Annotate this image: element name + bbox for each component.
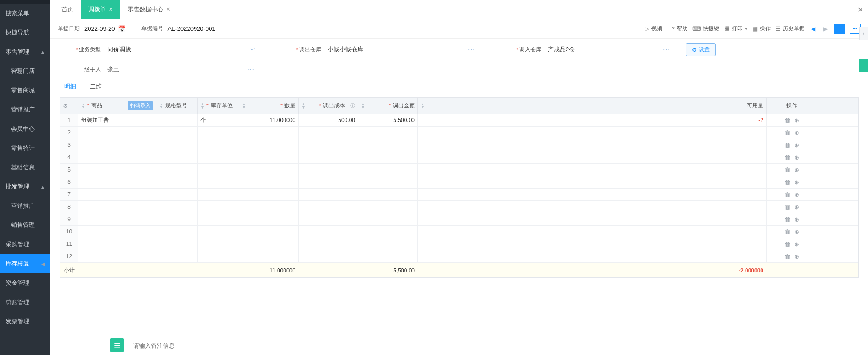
delete-row-icon[interactable]: 🗑 <box>785 228 790 235</box>
add-row-icon[interactable]: ⊕ <box>794 204 799 211</box>
add-row-icon[interactable]: ⊕ <box>794 228 799 235</box>
add-row-icon[interactable]: ⊕ <box>794 142 799 149</box>
delete-row-icon[interactable]: 🗑 <box>785 154 790 161</box>
sidebar: 搜索菜单快捷导航零售管理▲智慧门店零售商城营销推广会员中心零售统计基础信息批发管… <box>0 0 50 355</box>
help-link[interactable]: ?帮助 <box>672 25 688 33</box>
in-warehouse-select[interactable]: 产成品2仓 ⋯ <box>546 43 672 56</box>
delete-row-icon[interactable]: 🗑 <box>785 241 790 248</box>
sidebar-item[interactable]: 营销推广 <box>0 100 50 119</box>
gear-icon: ⚙ <box>692 47 697 53</box>
shortcut-link[interactable]: ⌨快捷键 <box>692 25 719 33</box>
add-row-icon[interactable]: ⊕ <box>794 154 799 161</box>
sidebar-item[interactable]: 会员中心 <box>0 119 50 139</box>
sidebar-item[interactable]: 总账管理 <box>0 293 50 312</box>
sidebar-item[interactable]: 智慧门店 <box>0 61 50 81</box>
caret-icon: ◀ <box>41 261 45 266</box>
table-row[interactable]: 2🗑⊕ <box>60 127 858 139</box>
settings-button[interactable]: ⚙设置 <box>686 43 716 56</box>
sidebar-item[interactable]: 库存核算◀ <box>0 254 50 273</box>
print-link[interactable]: 🖶打印▾ <box>724 25 748 33</box>
delete-row-icon[interactable]: 🗑 <box>785 166 790 173</box>
handler-select[interactable]: 张三 ⋯ <box>106 63 257 76</box>
col-product[interactable]: ▲▼*商品扫码录入 <box>78 98 156 114</box>
delete-row-icon[interactable]: 🗑 <box>785 216 790 223</box>
add-row-icon[interactable]: ⊕ <box>794 166 799 173</box>
delete-row-icon[interactable]: 🗑 <box>785 142 790 149</box>
add-row-icon[interactable]: ⊕ <box>794 179 799 186</box>
add-row-icon[interactable]: ⊕ <box>794 241 799 248</box>
doc-no-label: 单据编号 <box>141 25 163 33</box>
biz-type-select[interactable]: 同价调拨 ﹀ <box>106 43 257 56</box>
detail-grid: ⚙ ▲▼*商品扫码录入 ▲▼规格型号 ▲▼*库存单位 ▲▼*数量 ▲▼*调出成本… <box>60 97 859 278</box>
sidebar-item[interactable]: 快捷导航 <box>0 23 50 42</box>
table-row[interactable]: 3🗑⊕ <box>60 139 858 151</box>
prev-doc-button[interactable]: ◀ <box>809 26 817 32</box>
tab-2d[interactable]: 二维 <box>90 83 102 94</box>
tab[interactable]: 首页 <box>54 0 81 19</box>
col-spec[interactable]: ▲▼规格型号 <box>156 98 198 114</box>
sidebar-item[interactable]: 发票管理 <box>0 312 50 331</box>
table-row[interactable]: 10🗑⊕ <box>60 226 858 238</box>
sidebar-item[interactable]: 搜索菜单 <box>0 4 50 23</box>
video-link[interactable]: ▷视频 <box>645 25 662 33</box>
table-row[interactable]: 12🗑⊕ <box>60 250 858 263</box>
grid-header: ⚙ ▲▼*商品扫码录入 ▲▼规格型号 ▲▼*库存单位 ▲▼*数量 ▲▼*调出成本… <box>60 98 858 114</box>
add-row-icon[interactable]: ⊕ <box>794 253 799 260</box>
sidebar-item[interactable]: 批发管理▲ <box>0 177 50 196</box>
add-row-icon[interactable]: ⊕ <box>794 216 799 223</box>
col-out-amount[interactable]: ▲▼*调出金额 <box>358 98 418 114</box>
col-qty[interactable]: ▲▼*数量 <box>239 98 299 114</box>
note-icon[interactable]: ☰ <box>110 338 124 352</box>
table-row[interactable]: 11🗑⊕ <box>60 238 858 250</box>
add-row-icon[interactable]: ⊕ <box>794 191 799 198</box>
table-row[interactable]: 6🗑⊕ <box>60 176 858 189</box>
close-all-tabs-icon[interactable]: ✕ <box>857 5 863 14</box>
form-row-1: *业务类型 同价调拨 ﹀ *调出仓库 小畅小畅仓库 ⋯ *调入仓库 产成品2仓 … <box>50 39 868 58</box>
sidebar-item[interactable]: 零售统计 <box>0 139 50 158</box>
history-link[interactable]: ☰历史单据 <box>775 25 805 33</box>
col-unit[interactable]: ▲▼*库存单位 <box>198 98 239 114</box>
delete-row-icon[interactable]: 🗑 <box>785 191 790 198</box>
calendar-icon[interactable]: 📅 <box>118 25 126 33</box>
delete-row-icon[interactable]: 🗑 <box>785 253 790 260</box>
more-actions-link[interactable]: ▦操作 <box>752 25 771 33</box>
next-doc-button[interactable]: ▶ <box>822 26 829 32</box>
toolbar: 单据日期 2022-09-20 📅 单据编号 AL-20220920-001 ▷… <box>50 19 868 39</box>
remark-input[interactable] <box>131 339 859 352</box>
tab-detail[interactable]: 明细 <box>64 83 76 94</box>
col-out-cost[interactable]: ▲▼*调出成本 ⓘ <box>299 98 358 114</box>
sidebar-item[interactable]: 销售管理 <box>0 216 50 235</box>
table-row[interactable]: 4🗑⊕ <box>60 151 858 164</box>
scan-entry-button[interactable]: 扫码录入 <box>128 101 153 110</box>
out-warehouse-select[interactable]: 小畅小畅仓库 ⋯ <box>326 43 477 56</box>
sidebar-item[interactable]: 零售商城 <box>0 81 50 100</box>
add-row-icon[interactable]: ⊕ <box>794 117 799 124</box>
sidebar-item[interactable]: 采购管理 <box>0 235 50 254</box>
delete-row-icon[interactable]: 🗑 <box>785 204 790 211</box>
table-row[interactable]: 9🗑⊕ <box>60 213 858 226</box>
sidebar-item[interactable]: 营销推广 <box>0 196 50 216</box>
info-icon: ⓘ <box>350 102 355 109</box>
rail-box-2[interactable] <box>859 59 868 72</box>
table-row[interactable]: 1组装加工费个11.000000500.005,500.00-2🗑⊕ <box>60 114 858 127</box>
table-row[interactable]: 5🗑⊕ <box>60 164 858 176</box>
doc-date-value[interactable]: 2022-09-20 <box>84 25 115 32</box>
delete-row-icon[interactable]: 🗑 <box>785 117 790 124</box>
col-config[interactable]: ⚙ <box>60 98 78 114</box>
delete-row-icon[interactable]: 🗑 <box>785 179 790 186</box>
add-row-icon[interactable]: ⊕ <box>794 129 799 136</box>
sidebar-item[interactable]: 基础信息 <box>0 158 50 177</box>
tab[interactable]: 零售数据中心✕ <box>120 0 178 19</box>
close-tab-icon[interactable]: ✕ <box>166 6 170 12</box>
subtotal-amount: 5,500.00 <box>358 263 418 277</box>
sidebar-item[interactable]: 零售管理▲ <box>0 42 50 61</box>
view-list-button[interactable]: ≡ <box>834 24 845 34</box>
close-tab-icon[interactable]: ✕ <box>109 6 113 12</box>
col-avail[interactable]: ▲▼可用量 <box>418 98 767 114</box>
table-row[interactable]: 7🗑⊕ <box>60 189 858 201</box>
delete-row-icon[interactable]: 🗑 <box>785 129 790 136</box>
table-row[interactable]: 8🗑⊕ <box>60 201 858 213</box>
sidebar-item[interactable]: 资金管理 <box>0 273 50 293</box>
rail-box-1[interactable]: ⟨ <box>859 27 868 40</box>
tab[interactable]: 调拨单✕ <box>81 0 120 19</box>
